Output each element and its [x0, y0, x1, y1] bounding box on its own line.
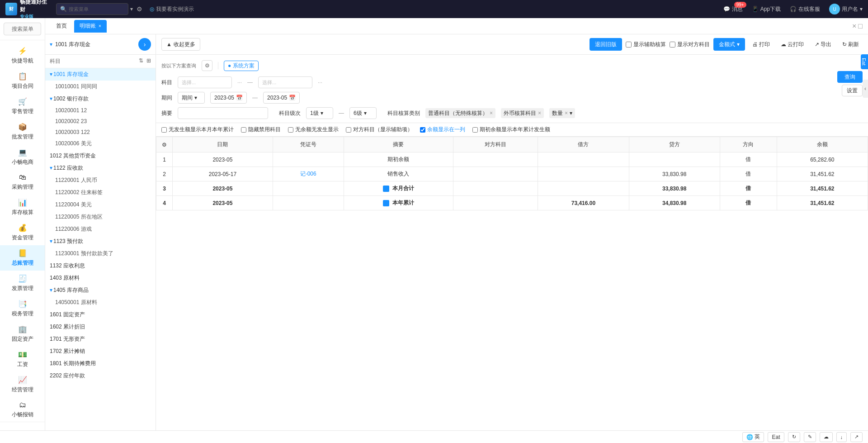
tree-item-1702[interactable]: 1702 累计摊销 [45, 345, 156, 357]
cb-opposite-subject-input[interactable] [346, 127, 351, 133]
sidebar-item-operations[interactable]: 📈 经营管理 [0, 372, 45, 397]
demo-link[interactable]: ◎ 我要看实例演示 [150, 5, 194, 13]
sidebar-item-inventory[interactable]: 📊 库存核算 [0, 195, 45, 220]
tab-home[interactable]: 首页 [51, 20, 72, 33]
tab-ledger[interactable]: 明细账 × [74, 20, 107, 33]
cb-opposite-subject[interactable]: 对方科目（显示辅助项） [346, 126, 413, 133]
sidebar-item-wholesale[interactable]: 📦 批发管理 [0, 119, 45, 144]
filter-collapse-arrow[interactable]: ‹ [863, 80, 868, 98]
tree-item-11220004[interactable]: 11220004 美元 [45, 199, 156, 211]
sidebar-item-capital[interactable]: 💰 资金管理 [0, 220, 45, 245]
subject-input[interactable]: 选择... [178, 76, 232, 88]
account-nav-button[interactable]: › [138, 38, 151, 51]
sidebar-item-quick-nav[interactable]: ⚡ 快捷导航 [0, 43, 45, 68]
search-dropdown-icon[interactable]: ▾ [130, 6, 133, 12]
window-close-button[interactable]: × [852, 22, 856, 30]
collapse-more-button[interactable]: ▲ 收起更多 [161, 38, 200, 51]
cb-no-balance[interactable]: 无余额无发生显示 [288, 126, 339, 133]
setting-button[interactable]: 设置 [842, 85, 863, 96]
level-start-select[interactable]: 1级 ▾ [306, 107, 333, 119]
calc-tag-3-close[interactable]: × [565, 110, 568, 116]
message-button[interactable]: 💬 消息 99+ [723, 5, 743, 13]
cb-opening-balance-input[interactable] [472, 127, 478, 133]
level-end-select[interactable]: 6级 ▾ [349, 107, 377, 119]
app-download-button[interactable]: 📱 App下载 [752, 5, 781, 13]
cb-hide-disable[interactable]: 隐藏禁用科目 [241, 126, 281, 133]
tree-item-1002[interactable]: ▾1002 银行存款 [45, 93, 156, 105]
tree-item-14050001[interactable]: 14050001 原材料 [45, 296, 156, 309]
sidebar-item-general-ledger[interactable]: 📒 总账管理 [0, 245, 45, 271]
sidebar-item-tax[interactable]: 📑 税务管理 [0, 296, 45, 321]
cb-balance-one-col-input[interactable] [420, 127, 425, 133]
tree-item-10020002[interactable]: 10020002 23 [45, 116, 156, 127]
tab-ledger-close[interactable]: × [99, 24, 101, 29]
tree-item-1132[interactable]: 1132 应收利息 [45, 260, 156, 272]
status-download-btn[interactable]: ↓ [836, 432, 847, 442]
tree-item-10010001[interactable]: 10010001 同同同 [45, 81, 156, 93]
status-share-btn[interactable]: ↗ [850, 432, 863, 442]
topbar-search-box[interactable]: 🔍 搜索菜单 [56, 3, 128, 15]
tree-item-1403[interactable]: 1403 原材料 [45, 272, 156, 284]
cb-no-balance-input[interactable] [288, 127, 293, 133]
tree-item-10020003[interactable]: 10020003 122 [45, 127, 156, 138]
sidebar-search-button[interactable]: 搜索菜单 [4, 23, 41, 35]
back-old-version-button[interactable]: 退回旧版 [590, 38, 622, 51]
tree-item-1012[interactable]: 1012 其他货币资金 [45, 150, 156, 162]
print-button[interactable]: 🖨 打印 [749, 38, 774, 51]
subject-end-input[interactable]: 选择... [258, 76, 312, 88]
online-service-button[interactable]: 🎧 在线客服 [790, 5, 820, 13]
cloud-print-button[interactable]: ☁ 云打印 [777, 38, 807, 51]
tree-item-1123[interactable]: ▾1123 预付款 [45, 235, 156, 248]
search-button[interactable]: 查询 [837, 71, 863, 83]
tree-item-11220001[interactable]: 11220001 人民币 [45, 174, 156, 186]
period-start-date[interactable]: 2023-05 📅 [210, 92, 247, 104]
refresh-button[interactable]: ↻ 刷新 [839, 38, 863, 51]
status-translate-button[interactable]: 🌐 英 [742, 432, 764, 442]
tree-item-10020001[interactable]: 10020001 12 [45, 105, 156, 116]
cb-hide-disable-input[interactable] [241, 127, 246, 133]
format-button[interactable]: 金额式 ▾ [713, 38, 745, 51]
tree-item-11220005[interactable]: 11220005 所在地区 [45, 211, 156, 223]
tree-item-1001[interactable]: ▾1001 库存现金 [45, 68, 156, 81]
right-edge-tab[interactable]: Eat [861, 54, 868, 69]
tree-item-10020006[interactable]: 10020006 美元 [45, 138, 156, 150]
tree-item-1122[interactable]: ▾1122 应收款 [45, 162, 156, 174]
show-aux-input[interactable] [626, 42, 632, 48]
tree-item-11230001[interactable]: 11230001 预付款款美了 [45, 248, 156, 260]
calc-tag-1-close[interactable]: × [490, 110, 493, 116]
cb-no-occur-input[interactable] [161, 127, 167, 133]
system-scheme-button[interactable]: ● 系统方案 [224, 61, 259, 71]
status-pencil-btn[interactable]: ✎ [804, 432, 816, 442]
settings-icon[interactable]: ⚙ [137, 5, 142, 13]
status-eat-button[interactable]: Eat [768, 432, 784, 442]
summary-input[interactable] [178, 107, 268, 119]
cb-no-occur[interactable]: 无发生额显示本月本年累计 [161, 126, 234, 133]
tree-item-11220002[interactable]: 11220002 往来标签 [45, 186, 156, 199]
sidebar-item-salary[interactable]: 💵 工资 [0, 347, 45, 372]
scheme-settings-button[interactable]: ⚙ [202, 60, 212, 71]
user-menu[interactable]: U 用户名 ▾ [829, 4, 863, 14]
tree-item-1701[interactable]: 1701 无形资产 [45, 333, 156, 345]
tree-item-1601[interactable]: 1601 固定资产 [45, 309, 156, 321]
status-cloud-btn[interactable]: ☁ [820, 432, 833, 442]
tree-item-1602[interactable]: 1602 累计折旧 [45, 321, 156, 333]
period-type-select[interactable]: 期间 ▾ [178, 92, 205, 104]
sidebar-item-invoice[interactable]: 🧾 发票管理 [0, 271, 45, 296]
show-opposite-input[interactable] [670, 42, 675, 48]
status-refresh-btn[interactable]: ↻ [788, 432, 800, 442]
tree-sort-icon[interactable]: ⇅ [139, 57, 143, 64]
sidebar-item-purchase[interactable]: 🛍 采购管理 [0, 170, 45, 195]
tree-item-2202[interactable]: 2202 应付年款 [45, 370, 156, 382]
tree-filter-icon[interactable]: ⊞ [146, 57, 151, 64]
sidebar-item-retail[interactable]: 🛒 零售管理 [0, 94, 45, 119]
period-end-date[interactable]: 2023-05 📅 [263, 92, 300, 104]
cb-balance-one-col[interactable]: 余额显示在一列 [420, 126, 465, 133]
tree-item-1405[interactable]: ▾1405 库存商品 [45, 284, 156, 296]
calc-tag-2-close[interactable]: × [538, 110, 541, 116]
sidebar-item-project-contract[interactable]: 📋 项目合同 [0, 68, 45, 94]
window-maximize-button[interactable]: □ [858, 22, 863, 30]
tree-item-11220006[interactable]: 11220006 游戏 [45, 223, 156, 235]
export-button[interactable]: ↗ 导出 [811, 38, 835, 51]
sidebar-item-ecommerce[interactable]: 💻 小畅电商 [0, 144, 45, 170]
voucher-link[interactable]: 记-006 [300, 171, 316, 177]
